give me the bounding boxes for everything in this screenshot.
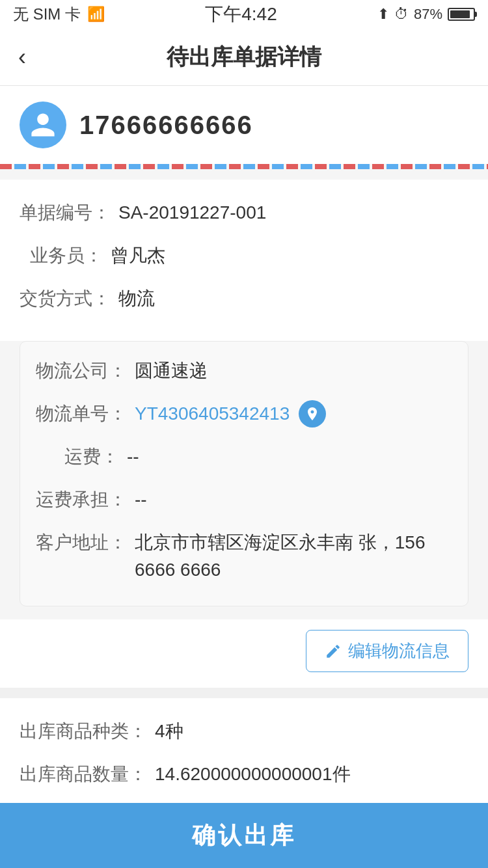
salesman-label: 业务员：: [20, 242, 111, 269]
section-divider: [0, 688, 488, 698]
battery-percent: 87%: [414, 6, 442, 23]
tracking-value: YT4306405342413: [135, 400, 452, 427]
back-button[interactable]: ‹: [18, 44, 26, 71]
goods-type-row: 出库商品种类： 4种: [20, 718, 468, 745]
edit-btn-row: 编辑物流信息: [0, 619, 488, 688]
status-left: 无 SIM 卡 📶: [13, 4, 105, 25]
salesman-row: 业务员： 曾凡杰: [20, 242, 468, 269]
goods-type-value: 4种: [155, 718, 468, 745]
map-pin-icon: [305, 406, 320, 422]
doc-info-section: 单据编号： SA-20191227-001 业务员： 曾凡杰 交货方式： 物流: [0, 180, 488, 341]
edit-icon: [325, 643, 342, 660]
location-icon: ⬆: [377, 6, 389, 23]
avatar: [20, 102, 66, 148]
status-right: ⬆ ⏱ 87%: [377, 6, 475, 23]
doc-no-value: SA-20191227-001: [118, 199, 468, 226]
delivery-label: 交货方式：: [20, 285, 118, 312]
decorative-divider: [0, 164, 488, 169]
customer-phone: 17666666666: [79, 111, 253, 140]
freight-value: --: [127, 443, 452, 470]
status-bar: 无 SIM 卡 📶 下午4:42 ⬆ ⏱ 87%: [0, 0, 488, 29]
battery-icon: [448, 8, 475, 21]
address-value: 北京市市辖区海淀区永丰南 张，156 6666 6666: [135, 529, 452, 584]
company-label: 物流公司：: [36, 357, 135, 385]
address-label: 客户地址：: [36, 529, 135, 556]
address-row: 客户地址： 北京市市辖区海淀区永丰南 张，156 6666 6666: [36, 529, 452, 584]
freight-bear-value: --: [135, 486, 452, 513]
wifi-icon: 📶: [87, 6, 105, 23]
doc-no-label: 单据编号：: [20, 199, 118, 226]
freight-row: 运费： --: [36, 443, 452, 470]
freight-label: 运费：: [36, 443, 127, 470]
company-value: 圆通速递: [135, 357, 452, 385]
logistics-card: 物流公司： 圆通速递 物流单号： YT4306405342413 运费： -- …: [20, 341, 468, 606]
company-row: 物流公司： 圆通速递: [36, 357, 452, 385]
goods-type-label: 出库商品种类：: [20, 718, 155, 745]
nav-bar: ‹ 待出库单据详情: [0, 29, 488, 86]
carrier-label: 无 SIM 卡: [13, 4, 81, 25]
clock-icon: ⏱: [394, 6, 409, 23]
tracking-label: 物流单号：: [36, 400, 135, 427]
delivery-row: 交货方式： 物流: [20, 285, 468, 312]
doc-no-row: 单据编号： SA-20191227-001: [20, 199, 468, 226]
person-icon: [29, 111, 57, 139]
customer-header: 17666666666: [0, 86, 488, 164]
goods-section: 出库商品种类： 4种 出库商品数量： 14.620000000000001件: [0, 698, 488, 817]
freight-bear-row: 运费承担： --: [36, 486, 452, 513]
salesman-value: 曾凡杰: [111, 242, 468, 269]
goods-qty-value: 14.620000000000001件: [155, 761, 468, 788]
confirm-bar[interactable]: 确认出库: [0, 803, 488, 868]
goods-qty-row: 出库商品数量： 14.620000000000001件: [20, 761, 468, 788]
page-title: 待出库单据详情: [167, 42, 321, 72]
status-time: 下午4:42: [205, 2, 277, 27]
tracking-location-button[interactable]: [299, 400, 326, 427]
goods-qty-label: 出库商品数量：: [20, 761, 155, 788]
tracking-row: 物流单号： YT4306405342413: [36, 400, 452, 427]
confirm-button-label: 确认出库: [192, 820, 296, 852]
delivery-value: 物流: [118, 285, 468, 312]
freight-bear-label: 运费承担：: [36, 486, 135, 513]
edit-logistics-label: 编辑物流信息: [348, 640, 450, 662]
edit-logistics-button[interactable]: 编辑物流信息: [306, 630, 468, 672]
